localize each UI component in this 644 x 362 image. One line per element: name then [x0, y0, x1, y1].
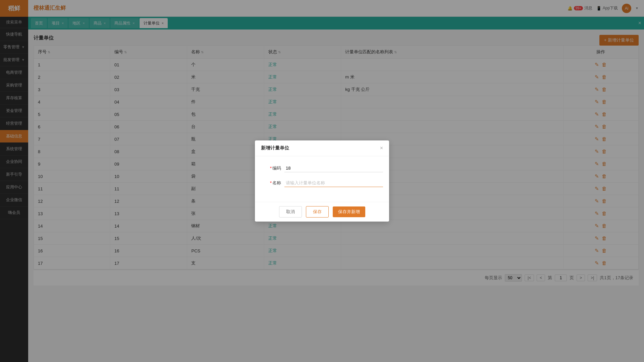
name-label: *名称 [261, 180, 281, 186]
modal-footer: 取消 保存 保存并新增 [255, 202, 389, 222]
required-mark-name: * [270, 180, 272, 185]
modal-overlay: 新增计量单位 × *编码 *名称 取消 保存 保存并新增 [0, 0, 644, 362]
modal-close-btn[interactable]: × [380, 145, 383, 151]
form-row-code: *编码 [261, 164, 383, 172]
save-button[interactable]: 保存 [306, 206, 329, 218]
code-label: *编码 [261, 165, 281, 171]
name-input[interactable] [284, 179, 383, 187]
form-row-name: *名称 [261, 179, 383, 187]
modal-title: 新增计量单位 [261, 145, 289, 151]
modal-body: *编码 *名称 [255, 156, 389, 202]
cancel-button[interactable]: 取消 [279, 206, 302, 218]
save-and-new-button[interactable]: 保存并新增 [333, 206, 365, 217]
code-input[interactable] [284, 164, 383, 172]
modal-header: 新增计量单位 × [255, 140, 389, 156]
required-mark-code: * [270, 166, 272, 171]
add-unit-modal: 新增计量单位 × *编码 *名称 取消 保存 保存并新增 [255, 140, 389, 222]
